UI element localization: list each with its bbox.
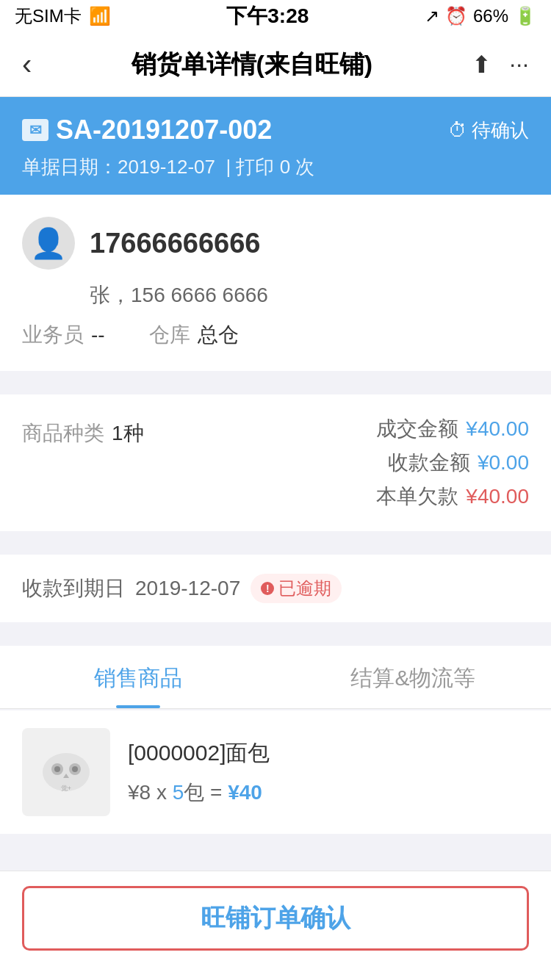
warehouse-value: 总仓	[198, 321, 239, 349]
product-name: [0000002]面包	[128, 738, 529, 768]
product-type-value: 1种	[112, 419, 144, 447]
order-header-card: ✉ SA-20191207-002 ⏱ 待确认 单据日期：2019-12-07 …	[0, 97, 551, 195]
order-number: ✉ SA-20191207-002	[22, 115, 272, 145]
more-icon[interactable]: ···	[509, 51, 529, 78]
order-envelope-icon: ✉	[22, 119, 48, 141]
svg-point-3	[54, 766, 60, 772]
staff-label: 业务员	[22, 321, 84, 349]
received-value: ¥0.00	[478, 451, 529, 475]
page-title: 销货单详情(来自旺铺)	[32, 48, 472, 82]
product-unit: 包	[184, 781, 204, 804]
location-icon: ↗	[425, 6, 439, 26]
staff-value: --	[91, 323, 105, 347]
status-time: 下午3:28	[226, 2, 309, 30]
product-qty: 5	[173, 781, 184, 804]
due-date-label: 收款到期日	[22, 574, 125, 602]
clock-icon: ⏱	[448, 119, 467, 142]
nav-bar: ‹ 销货单详情(来自旺铺) ⬆ ···	[0, 32, 551, 97]
alarm-icon: ⏰	[445, 6, 467, 26]
carrier-text: 无SIM卡	[15, 4, 82, 28]
tabs-section: 销售商品 结算&物流等	[0, 646, 551, 709]
amount-value: ¥40.00	[466, 417, 529, 441]
customer-meta: 业务员 -- 仓库 总仓	[22, 321, 529, 349]
customer-section: 👤 17666666666 张，156 6666 6666 业务员 -- 仓库 …	[0, 195, 551, 371]
product-price: ¥8 x 5包 = ¥40	[128, 779, 529, 807]
product-unit-price: ¥8	[128, 781, 151, 804]
product-type: 商品种类 1种	[22, 415, 144, 447]
overdue-badge: ! 已逾期	[251, 574, 342, 603]
equals-symbol: =	[210, 781, 228, 804]
svg-text:觉+: 觉+	[61, 785, 71, 792]
amount-label: 成交金额	[376, 415, 458, 443]
tab-settlement[interactable]: 结算&物流等	[276, 646, 551, 708]
battery-text: 66%	[473, 6, 508, 26]
product-type-label: 商品种类	[22, 419, 104, 447]
status-left: 无SIM卡 📶	[15, 4, 111, 28]
share-icon[interactable]: ⬆	[472, 51, 491, 79]
status-text: 待确认	[472, 118, 529, 143]
overdue-dot-icon: !	[261, 582, 274, 595]
separator-1	[0, 383, 551, 394]
due-date-value: 2019-12-07	[135, 577, 240, 600]
back-button[interactable]: ‹	[22, 48, 32, 81]
product-item: 觉+ [0000002]面包 ¥8 x 5包 = ¥40	[22, 728, 529, 816]
wifi-icon: 📶	[89, 6, 111, 26]
svg-point-4	[72, 766, 78, 772]
overdue-text: 已逾期	[278, 577, 331, 600]
multiply-symbol: x	[156, 781, 173, 804]
product-section: 觉+ [0000002]面包 ¥8 x 5包 = ¥40	[0, 710, 551, 834]
debt-value: ¥40.00	[466, 485, 529, 508]
confirm-order-button[interactable]: 旺铺订单确认	[22, 886, 529, 951]
product-image-icon: 觉+	[37, 750, 96, 794]
stats-section: 商品种类 1种 成交金额 ¥40.00 收款金额 ¥0.00 本单欠款 ¥40.…	[0, 394, 551, 531]
battery-icon: 🔋	[514, 6, 536, 26]
order-status-badge: ⏱ 待确认	[448, 118, 529, 143]
debt-label: 本单欠款	[376, 483, 458, 511]
nav-actions: ⬆ ···	[472, 51, 529, 79]
customer-phone: 17666666666	[90, 228, 260, 259]
status-right: ↗ ⏰ 66% 🔋	[425, 6, 536, 26]
product-thumbnail: 觉+	[22, 728, 110, 816]
separator-2	[0, 543, 551, 555]
status-bar: 无SIM卡 📶 下午3:28 ↗ ⏰ 66% 🔋	[0, 0, 551, 32]
order-date-row: 单据日期：2019-12-07 | 打印 0 次	[22, 154, 529, 180]
customer-name: 张，156 6666 6666	[22, 281, 529, 309]
customer-avatar: 👤	[22, 217, 75, 270]
tab-products[interactable]: 销售商品	[0, 646, 276, 708]
avatar-icon: 👤	[30, 226, 67, 261]
amount-stats: 成交金额 ¥40.00 收款金额 ¥0.00 本单欠款 ¥40.00	[376, 415, 529, 511]
received-label: 收款金额	[388, 449, 470, 477]
product-info: [0000002]面包 ¥8 x 5包 = ¥40	[128, 738, 529, 807]
bottom-bar: 旺铺订单确认	[0, 871, 551, 980]
separator-3	[0, 634, 551, 646]
warehouse-label: 仓库	[149, 321, 190, 349]
due-date-section: 收款到期日 2019-12-07 ! 已逾期	[0, 555, 551, 622]
product-total: ¥40	[228, 781, 262, 804]
